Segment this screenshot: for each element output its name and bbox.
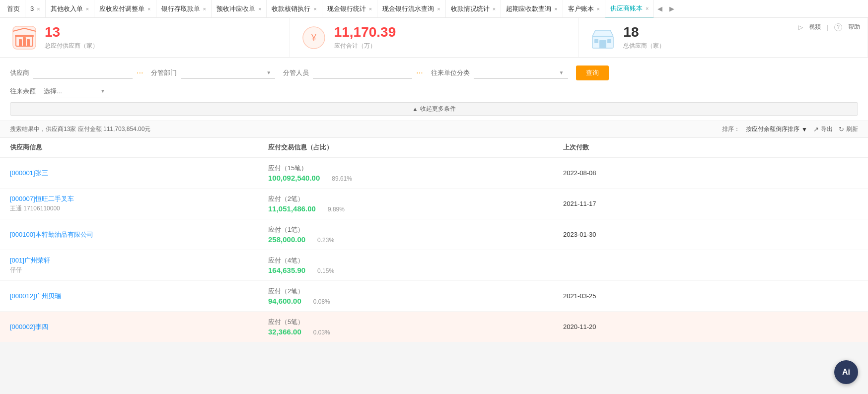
stat-label-total: 总供应商（家） <box>623 42 665 50</box>
tx-row-4: 164,635.90 0.15% <box>268 265 563 274</box>
collapse-button[interactable]: ▲ 收起更多条件 <box>10 102 858 116</box>
supplier-link-6[interactable]: [000002]李四 <box>10 323 48 330</box>
collapse-label: 收起更多条件 <box>420 105 456 113</box>
tab-overdue-ar-label: 超期应收款查询 <box>506 4 551 13</box>
svg-rect-2 <box>19 39 22 46</box>
close-icon[interactable]: × <box>369 6 372 12</box>
tx-info-6: 应付（5笔） 32,366.00 0.03% <box>268 318 563 336</box>
stat-content-total: 18 总供应商（家） <box>623 25 665 51</box>
person-filter-label: 分管人员 <box>283 68 309 77</box>
supplier-filter-label: 供应商 <box>10 68 29 77</box>
sort-value: 按应付余额倒序排序 <box>746 125 799 133</box>
filter-item-person: 分管人员 ··· <box>283 67 423 79</box>
person-input[interactable] <box>313 67 412 79</box>
nav-next-button[interactable]: ▶ <box>666 0 678 18</box>
tab-cash-bank-stat-label: 现金银行统计 <box>327 4 366 13</box>
tab-prepay-label: 预收冲应收单 <box>217 4 255 13</box>
supplier-link-2[interactable]: [000007]恒旺二手叉车 <box>10 195 74 202</box>
nav-tab-ar-ap-adjust[interactable]: 应收应付调整单 × <box>94 0 156 18</box>
tx-info-2: 应付（2笔） 11,051,486.00 9.89% <box>268 195 563 213</box>
nav-tab-receipt-verify[interactable]: 收款核销执行 × <box>267 0 322 18</box>
close-icon[interactable]: × <box>554 6 557 12</box>
supplier-info-5: [000012]广州贝瑞 <box>10 292 268 301</box>
supplier-input[interactable] <box>33 67 133 79</box>
supplier-link-3[interactable]: [000100]本特勤油品有限公司 <box>10 231 93 238</box>
stat-number-suppliers: 13 <box>45 25 98 40</box>
divider: | <box>827 24 828 31</box>
close-icon[interactable]: × <box>258 6 261 12</box>
supplier-link-4[interactable]: [001]广州荣轩 <box>10 257 50 264</box>
nav-prev-button[interactable]: ◀ <box>654 0 666 18</box>
nav-tab-prepay[interactable]: 预收冲应收单 × <box>212 0 267 18</box>
dept-chevron-icon: ▼ <box>266 70 271 75</box>
sort-area: 排序： 按应付余额倒序排序 ▼ ↗ 导出 ↻ 刷新 <box>722 125 858 133</box>
tx-row-2: 11,051,486.00 9.89% <box>268 203 563 213</box>
filter-item-dept: 分管部门 ▼ <box>151 67 275 79</box>
close-icon[interactable]: × <box>37 6 40 12</box>
stat-content-suppliers: 13 总应付供应商（家） <box>45 25 98 51</box>
nav-tab-home[interactable]: 首页 <box>2 0 25 18</box>
tx-amount-6: 32,366.00 <box>268 328 301 336</box>
nav-tab-supplier-ledger[interactable]: 供应商账本 × <box>605 0 654 18</box>
col-header-lastpay: 上次付数 <box>563 143 858 152</box>
tx-info-1: 应付（15笔） 100,092,540.00 89.61% <box>268 164 563 182</box>
filter-row-2: 往来余额 ▼ <box>10 85 858 97</box>
nav-tab-receipt-stat[interactable]: 收款情况统计 × <box>446 0 501 18</box>
dept-input[interactable] <box>185 69 264 76</box>
filter-item-supplier: 供应商 ··· <box>10 67 143 79</box>
supplier-stat-icon <box>12 25 37 50</box>
close-icon[interactable]: × <box>437 6 440 12</box>
close-icon[interactable]: × <box>203 6 206 12</box>
balance-select[interactable]: ▼ <box>40 85 109 97</box>
nav-tab-cash-bank-query[interactable]: 现金银行流水查询 × <box>377 0 445 18</box>
category-select[interactable]: ▼ <box>474 67 568 79</box>
nav-tab-3[interactable]: 3 × <box>25 0 46 18</box>
supplier-info-4: [001]广州荣轩 仔仔 <box>10 256 268 274</box>
svg-rect-5 <box>15 35 34 37</box>
sort-select[interactable]: 按应付余额倒序排序 ▼ <box>746 125 807 133</box>
close-icon[interactable]: × <box>597 6 600 12</box>
filter-row-1: 供应商 ··· 分管部门 ▼ 分管人员 ··· 往来单位分类 ▼ <box>10 66 858 80</box>
table-row: [000007]恒旺二手叉车 王通 17106110000 应付（2笔） 11,… <box>0 189 868 219</box>
export-button[interactable]: ↗ 导出 <box>813 125 833 133</box>
balance-input[interactable] <box>44 87 98 95</box>
stat-label-suppliers: 总应付供应商（家） <box>45 42 98 50</box>
supplier-info-3: [000100]本特勤油品有限公司 <box>10 230 268 239</box>
stat-content-ap: 11,170.39 应付合计（万） <box>334 25 396 51</box>
help-link[interactable]: 帮助 <box>848 23 860 31</box>
close-icon[interactable]: × <box>493 6 496 12</box>
refresh-button[interactable]: ↻ 刷新 <box>839 125 858 133</box>
sort-chevron-icon: ▼ <box>801 126 807 133</box>
close-icon[interactable]: × <box>147 6 150 12</box>
supplier-ellipsis-icon[interactable]: ··· <box>137 68 143 77</box>
tx-label-5: 应付（2笔） <box>268 287 563 296</box>
supplier-link-1[interactable]: [000001]张三 <box>10 169 48 177</box>
close-icon[interactable]: × <box>86 6 89 12</box>
person-ellipsis-icon[interactable]: ··· <box>416 68 423 77</box>
refresh-icon: ↻ <box>839 126 844 133</box>
tx-label-6: 应付（5笔） <box>268 318 563 327</box>
action-buttons: ↗ 导出 ↻ 刷新 <box>813 125 858 133</box>
nav-tab-other-income[interactable]: 其他收入单 × <box>46 0 94 18</box>
close-icon[interactable]: × <box>313 6 316 12</box>
supplier-info-2: [000007]恒旺二手叉车 王通 17106110000 <box>10 195 268 213</box>
tx-label-3: 应付（1笔） <box>268 225 563 234</box>
last-pay-3: 2023-01-30 <box>563 231 858 238</box>
category-input[interactable] <box>478 69 557 76</box>
results-bar: 搜索结果中，供应商13家 应付金额 111,703,854.00元 排序： 按应… <box>0 121 868 138</box>
nav-tab-cash-bank-stat[interactable]: 现金银行统计 × <box>322 0 377 18</box>
supplier-link-5[interactable]: [000012]广州贝瑞 <box>10 292 61 300</box>
nav-tab-overdue-ar[interactable]: 超期应收款查询 × <box>501 0 563 18</box>
tab-3-label: 3 <box>30 5 34 12</box>
stat-block-ap-total: ¥ 11,170.39 应付合计（万） <box>289 18 579 57</box>
balance-chevron-icon: ▼ <box>100 88 105 94</box>
video-link[interactable]: 视频 <box>809 23 821 31</box>
tab-cash-bank-query-label: 现金银行流水查询 <box>382 4 434 13</box>
nav-tab-bank-deposit[interactable]: 银行存取款单 × <box>156 0 212 18</box>
tab-bank-deposit-label: 银行存取款单 <box>161 4 200 13</box>
query-button[interactable]: 查询 <box>576 66 609 80</box>
close-icon[interactable]: × <box>646 5 649 11</box>
dept-select[interactable]: ▼ <box>181 67 275 79</box>
nav-tab-customer-ledger[interactable]: 客户账本 × <box>563 0 605 18</box>
tx-amount-5: 94,600.00 <box>268 297 301 305</box>
